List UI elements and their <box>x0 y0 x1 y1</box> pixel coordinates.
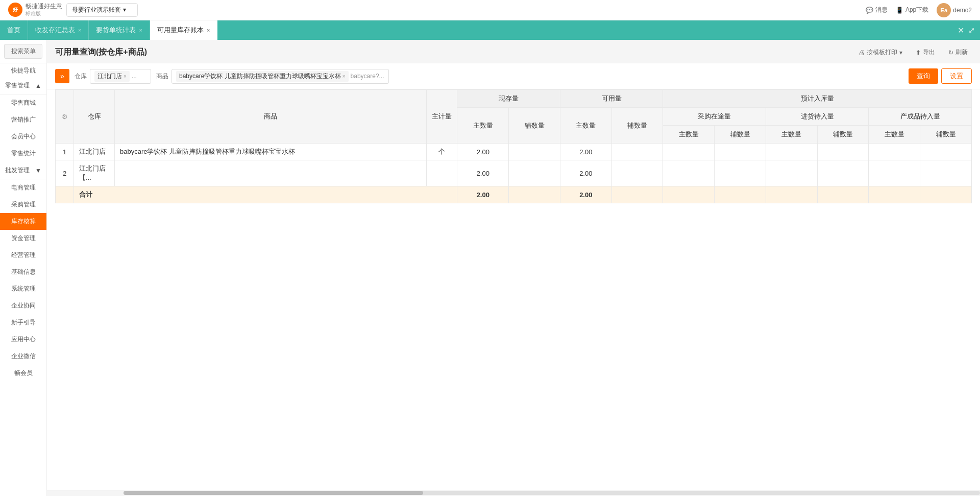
product-tags-input[interactable]: babycare学饮杯 儿童防摔防撞吸管杯重力球吸嘴杯宝宝水杯 × babyca… <box>172 69 389 84</box>
warehouse-tag-close[interactable]: × <box>124 74 127 79</box>
refresh-btn[interactable]: ↻ 刷新 <box>944 46 972 59</box>
wholesale-label: 批发管理 <box>5 166 30 175</box>
cell-stock-aux <box>509 144 560 160</box>
newbie-label: 新手引导 <box>11 318 36 327</box>
content-area: 可用量查询(按仓库+商品) 🖨 按模板打印 ▾ ⬆ 导出 ↻ 刷新 » <box>47 40 980 496</box>
cell-product <box>115 160 427 186</box>
sidebar-section-zero-sales: 零售管理 ▲ <box>0 77 46 95</box>
sidebar-item-zero-sales[interactable]: 零售管理 ▲ <box>0 77 46 94</box>
template-print-btn[interactable]: 🖨 按模板打印 ▾ <box>854 46 906 59</box>
sidebar-item-purchase[interactable]: 采购管理 <box>0 196 46 213</box>
expand-icon[interactable]: ⤢ <box>968 26 975 35</box>
sidebar-item-member2[interactable]: 畅会员 <box>0 365 46 382</box>
summary-inbound-main <box>766 186 817 203</box>
page-title: 可用量查询(按仓库+商品) <box>55 47 147 58</box>
export-icon: ⬆ <box>916 49 921 56</box>
tab-home[interactable]: 首页 <box>0 20 28 40</box>
sidebar-item-wecom[interactable]: 企业微信 <box>0 348 46 365</box>
th-production-aux: 辅数量 <box>920 126 972 144</box>
warehouse-tag-text: 江北门店 <box>97 72 122 81</box>
refresh-icon: ↻ <box>948 49 953 56</box>
arrow-icon: ▲ <box>35 82 41 89</box>
table-area: ⚙ 仓库 商品 主计量 现存量 可用量 预计入库量 主数量 辅数量 主数量 辅数… <box>47 89 980 490</box>
th-inbound-aux: 辅数量 <box>817 126 869 144</box>
message-btn[interactable]: 💬 消息 <box>866 6 888 14</box>
settings-icon[interactable]: ⚙ <box>62 113 68 121</box>
th-stock-main: 主数量 <box>457 108 509 144</box>
search-menu-btn[interactable]: 搜索菜单 <box>4 44 42 59</box>
product-filter-label: 商品 <box>156 72 168 81</box>
th-available-aux: 辅数量 <box>611 108 663 144</box>
top-bar-left: 好 畅捷通好生意 标准版 母婴行业演示账套 ▾ <box>8 3 138 17</box>
warehouse-filter-group: 仓库 江北门店 × ... <box>75 69 151 84</box>
sidebar-item-wholesale[interactable]: 批发管理 ▼ <box>0 162 46 179</box>
app-download-label: App下载 <box>905 6 928 14</box>
summary-label: 合计 <box>74 186 457 203</box>
cell-available-main: 2.00 <box>560 160 611 186</box>
cell-purchase-aux <box>715 144 766 160</box>
wholesale-arrow-icon: ▼ <box>35 167 41 174</box>
product-more[interactable]: babycare?... <box>351 73 384 80</box>
store-selector[interactable]: 母婴行业演示账套 ▾ <box>66 3 138 17</box>
filter-toggle-btn[interactable]: » <box>55 69 69 83</box>
cell-production-aux <box>920 160 972 186</box>
scrollbar-track[interactable] <box>124 491 980 495</box>
summary-stock-main: 2.00 <box>457 186 509 203</box>
warehouse-tag[interactable]: 江北门店 × <box>94 71 130 82</box>
sidebar-item-retail-stats[interactable]: 零售统计 <box>0 145 46 162</box>
sidebar-nav-label[interactable]: 快捷导航 <box>0 63 46 77</box>
th-purchase-main: 主数量 <box>663 126 715 144</box>
cell-inbound-aux <box>817 144 869 160</box>
sidebar-item-finance[interactable]: 资金管理 <box>0 230 46 247</box>
tab-bar-actions: ✕ ⤢ <box>952 20 980 40</box>
sidebar-item-system[interactable]: 系统管理 <box>0 280 46 297</box>
tab-receivable-summary[interactable]: 收发存汇总表 × <box>28 20 89 40</box>
member2-label: 畅会员 <box>14 369 33 377</box>
product-tag-close[interactable]: × <box>342 74 346 79</box>
tab-home-label: 首页 <box>7 26 20 35</box>
product-tag[interactable]: babycare学饮杯 儿童防摔防撞吸管杯重力球吸嘴杯宝宝水杯 × <box>176 71 349 82</box>
close-all-icon[interactable]: ✕ <box>958 26 964 35</box>
warehouse-tags-input[interactable]: 江北门店 × ... <box>90 69 151 84</box>
sidebar-item-enterprise[interactable]: 企业协同 <box>0 297 46 314</box>
download-icon: 📱 <box>896 7 903 14</box>
user-area[interactable]: Ea demo2 <box>937 3 972 17</box>
query-btn[interactable]: 查询 <box>909 68 938 84</box>
zero-sales-label: 零售管理 <box>5 81 30 90</box>
setting-btn[interactable]: 设置 <box>941 68 972 84</box>
operations-label: 经营管理 <box>11 251 36 259</box>
th-settings: ⚙ <box>56 90 74 144</box>
sidebar-item-ecommerce[interactable]: 电商管理 <box>0 179 46 196</box>
tab-available-inventory[interactable]: 可用量库存账本 × <box>150 20 217 40</box>
printer-icon: 🖨 <box>859 49 865 56</box>
marketing-label: 营销推广 <box>11 115 36 124</box>
cell-warehouse: 江北门店 <box>74 144 115 160</box>
sidebar-item-member[interactable]: 会员中心 <box>0 128 46 145</box>
summary-production-main <box>869 186 920 203</box>
cell-purchase-main <box>663 160 715 186</box>
tab-order-stats[interactable]: 要货单统计表 × <box>89 20 150 40</box>
top-bar: 好 畅捷通好生意 标准版 母婴行业演示账套 ▾ 💬 消息 📱 App下载 Ea … <box>0 0 980 20</box>
tab-receivable-close[interactable]: × <box>78 27 81 33</box>
sidebar-item-operations[interactable]: 经营管理 <box>0 247 46 264</box>
warehouse-more[interactable]: ... <box>132 73 137 80</box>
summary-production-aux <box>920 186 972 203</box>
summary-purchase-main <box>663 186 715 203</box>
sidebar-item-marketing[interactable]: 营销推广 <box>0 111 46 128</box>
template-print-label: 按模板打印 <box>867 48 897 57</box>
sidebar-item-inventory[interactable]: 库存核算 <box>0 213 46 230</box>
app-download-btn[interactable]: 📱 App下载 <box>896 6 928 14</box>
table-row: 1 江北门店 babycare学饮杯 儿童防摔防撞吸管杯重力球吸嘴杯宝宝水杯 个… <box>56 144 972 160</box>
inventory-label: 库存核算 <box>11 217 36 226</box>
export-btn[interactable]: ⬆ 导出 <box>912 46 939 59</box>
tab-order-close[interactable]: × <box>139 27 142 33</box>
sidebar-item-basic-info[interactable]: 基础信息 <box>0 264 46 280</box>
th-production-main: 主数量 <box>869 126 920 144</box>
inventory-table: ⚙ 仓库 商品 主计量 现存量 可用量 预计入库量 主数量 辅数量 主数量 辅数… <box>55 89 972 203</box>
sidebar-item-app-center[interactable]: 应用中心 <box>0 331 46 348</box>
cell-main-unit: 个 <box>427 144 457 160</box>
sidebar-item-zero-mall[interactable]: 零售商城 <box>0 95 46 111</box>
scrollbar-thumb[interactable] <box>124 491 423 495</box>
tab-available-close[interactable]: × <box>207 27 210 33</box>
sidebar-item-newbie[interactable]: 新手引导 <box>0 314 46 331</box>
